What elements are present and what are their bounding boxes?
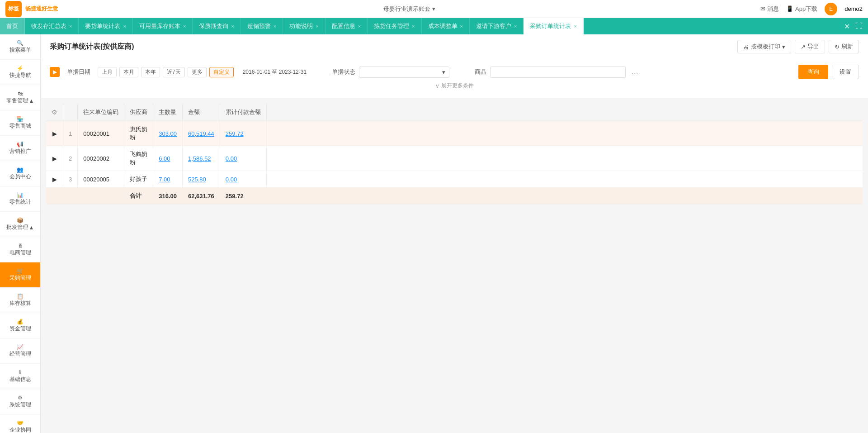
row-amount[interactable]: 525.80 <box>183 171 220 188</box>
shortcut-custom[interactable]: 自定义 <box>209 67 234 77</box>
close-icon[interactable]: × <box>514 24 517 29</box>
row-paid[interactable]: 0.00 <box>220 146 266 171</box>
row-qty[interactable]: 303.00 <box>153 121 183 146</box>
data-table: ⚙ 往来单位编码 供应商 主数量 金额 累计付款金额 ▶ <box>46 104 863 205</box>
sidebar-item-search[interactable]: 🔍 搜索菜单 <box>0 34 40 60</box>
sidebar-item-ecommerce[interactable]: 🖥 电商管理 <box>0 237 40 262</box>
print-template-btn[interactable]: 🖨 按模板打印 ▾ <box>737 40 791 53</box>
qty-link: 7.00 <box>159 176 170 183</box>
sidebar-item-system[interactable]: ⚙ 系统管理 <box>0 389 40 414</box>
sidebar-item-marketing[interactable]: 📢 营销推广 <box>0 136 40 161</box>
goods-filter: 商品 … <box>475 67 638 78</box>
close-icon[interactable]: × <box>358 24 361 29</box>
close-icon[interactable]: × <box>316 24 318 29</box>
tab-caigou-active[interactable]: 采购订单统计表 × <box>524 18 583 34</box>
row-amount[interactable]: 60,519.44 <box>183 121 220 146</box>
close-icon[interactable]: × <box>183 24 186 29</box>
status-select[interactable]: ▾ <box>359 67 449 78</box>
sidebar-item-retail-manage[interactable]: 🛍 零售管理 ▲ <box>0 85 40 110</box>
message-icon: ✉ <box>760 5 765 12</box>
setting-button[interactable]: 设置 <box>832 65 859 79</box>
export-label: 导出 <box>807 43 819 51</box>
row-supplier: 惠氏奶粉 <box>124 121 153 146</box>
row-expand[interactable]: ▶ <box>46 121 63 146</box>
row-paid[interactable]: 0.00 <box>220 171 266 188</box>
col-paid: 累计付款金额 <box>220 104 266 121</box>
row-paid[interactable]: 259.72 <box>220 121 266 146</box>
sidebar-item-member[interactable]: 👥 会员中心 <box>0 161 40 186</box>
tab-yaohuo[interactable]: 要货单统计表 × <box>79 18 132 34</box>
goods-label: 商品 <box>475 68 486 76</box>
nav-expand-btn[interactable]: ⛶ <box>854 22 864 30</box>
search-button[interactable]: 查询 <box>798 65 828 79</box>
paid-link: 259.72 <box>226 130 244 137</box>
close-icon[interactable]: × <box>460 24 463 29</box>
shortcut-more[interactable]: 更多 <box>188 67 207 77</box>
row-amount[interactable]: 1,586.52 <box>183 146 220 171</box>
tab-shoufacun[interactable]: 收发存汇总表 × <box>25 18 79 34</box>
sidebar-item-purchase[interactable]: 🛒 采购管理 <box>0 262 40 288</box>
tab-yaoqing[interactable]: 邀请下游客户 × <box>470 18 524 34</box>
close-icon[interactable]: × <box>69 24 72 29</box>
row-qty[interactable]: 7.00 <box>153 171 183 188</box>
shortcut-this-year[interactable]: 本年 <box>141 67 160 77</box>
expand-arrow-icon: ▶ <box>52 176 57 183</box>
sidebar-item-basic-info[interactable]: ℹ 基础信息 <box>0 364 40 389</box>
goods-input[interactable] <box>490 67 626 78</box>
tab-keyongliang[interactable]: 可用量库存账本 × <box>133 18 193 34</box>
avatar[interactable]: E <box>825 3 837 15</box>
expand-bar[interactable]: ∨ 展开更多条件 <box>50 79 859 92</box>
sidebar-item-retail-stat[interactable]: 📊 零售统计 <box>0 186 40 212</box>
message-label: 消息 <box>767 5 779 13</box>
filter-area: ▶ 单据日期 上月 本月 本年 近7天 更多 自定义 2016-01-01 至 … <box>41 59 868 98</box>
download-icon: 📱 <box>786 5 793 12</box>
table-row: ▶ 3 00020005 好孩子 7.00 525.80 0.00 <box>46 171 863 188</box>
wholesale-icon: 📦 <box>0 217 40 224</box>
sidebar-item-wholesale[interactable]: 📦 批发管理 ▲ <box>0 212 40 237</box>
shortcut-last-month[interactable]: 上月 <box>98 67 117 77</box>
close-icon[interactable]: × <box>123 24 126 29</box>
tab-peizhi[interactable]: 配置信息 × <box>326 18 368 34</box>
tab-jianhuo[interactable]: 拣货任务管理 × <box>368 18 421 34</box>
shortcut-this-month[interactable]: 本月 <box>119 67 138 77</box>
close-icon[interactable]: × <box>574 24 576 29</box>
gear-icon[interactable]: ⚙ <box>52 109 57 116</box>
shortcut-icon: ⚡ <box>0 65 40 71</box>
export-btn[interactable]: ↗ 导出 <box>795 40 825 53</box>
purchase-icon: 🛒 <box>0 268 40 274</box>
tab-chengben[interactable]: 成本调整单 × <box>422 18 470 34</box>
shortcut-7days[interactable]: 近7天 <box>163 67 185 77</box>
footer-amount: 62,631.76 <box>183 188 220 205</box>
message-btn[interactable]: ✉ 消息 <box>760 5 779 13</box>
app-download-btn[interactable]: 📱 App下载 <box>786 5 817 13</box>
paid-link: 0.00 <box>226 155 237 162</box>
row-expand[interactable]: ▶ <box>46 146 63 171</box>
page-header: 采购订单统计表(按供应商) 🖨 按模板打印 ▾ ↗ 导出 ↻ 刷新 <box>41 34 868 59</box>
row-code: 00020002 <box>78 146 124 171</box>
retail-shop-icon: 🏪 <box>0 116 40 122</box>
row-expand[interactable]: ▶ <box>46 171 63 188</box>
refresh-btn[interactable]: ↻ 刷新 <box>829 40 859 53</box>
row-extra <box>266 121 863 146</box>
tab-baozhi[interactable]: 保质期查询 × <box>193 18 241 34</box>
filter-toggle-btn[interactable]: ▶ <box>50 67 60 77</box>
tab-chaochuyujing[interactable]: 超储预警 × <box>241 18 283 34</box>
sidebar-item-enterprise[interactable]: 🤝 企业协同 <box>0 414 40 433</box>
status-filter: 单据状态 ▾ <box>332 67 449 78</box>
tab-gongneng[interactable]: 功能说明 × <box>283 18 325 34</box>
sidebar-label-marketing: 营销推广 <box>0 148 40 155</box>
row-qty[interactable]: 6.00 <box>153 146 183 171</box>
sidebar-item-operation[interactable]: 📈 经营管理 <box>0 338 40 364</box>
goods-more-icon[interactable]: … <box>631 68 638 76</box>
sidebar-item-retail-shop[interactable]: 🏪 零售商城 <box>0 110 40 136</box>
sidebar-item-shortcut[interactable]: ⚡ 快捷导航 <box>0 60 40 85</box>
company-selector[interactable]: 母婴行业演示账套 ▾ <box>383 5 435 13</box>
close-icon[interactable]: × <box>412 24 415 29</box>
close-icon[interactable]: × <box>274 24 276 29</box>
sidebar-item-finance[interactable]: 💰 资金管理 <box>0 313 40 338</box>
close-icon[interactable]: × <box>231 24 234 29</box>
sidebar-item-inventory[interactable]: 📋 库存核算 <box>0 288 40 313</box>
col-supplier: 供应商 <box>124 104 153 121</box>
tab-home[interactable]: 首页 <box>0 18 25 34</box>
nav-close-btn[interactable]: ✕ <box>842 22 852 31</box>
